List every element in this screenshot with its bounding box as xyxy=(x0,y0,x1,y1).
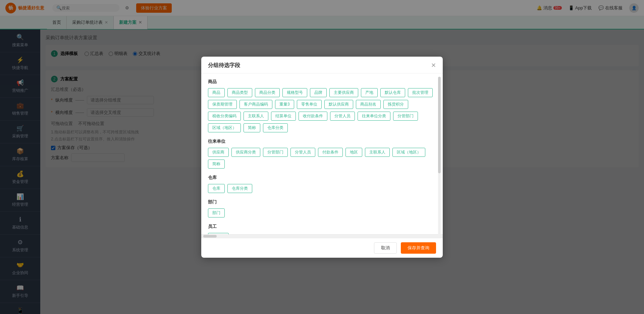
field-tag[interactable]: 分管部门 xyxy=(263,148,288,157)
section-partner-title: 往来单位 xyxy=(208,138,436,144)
field-tag[interactable]: 付款条件 xyxy=(318,148,343,157)
field-tag[interactable]: 规格型号 xyxy=(282,88,307,97)
field-tag[interactable]: 商品类型 xyxy=(227,88,252,97)
field-tag[interactable]: 仓库分类 xyxy=(227,184,252,193)
scrollbar-thumb[interactable] xyxy=(438,77,441,173)
modal-body: 商品 商品 商品类型 商品分类 规格型号 品牌 主要供应商 产地 默认仓库 批次… xyxy=(201,73,443,235)
field-tag[interactable]: 产地 xyxy=(361,88,378,97)
field-tag[interactable]: 分管人员 xyxy=(290,148,315,157)
field-tag[interactable]: 默认仓库 xyxy=(380,88,405,97)
field-tag[interactable]: 供应商分类 xyxy=(231,148,260,157)
field-tag[interactable]: 税收分类编码 xyxy=(208,112,241,121)
field-tag[interactable]: 简称 xyxy=(244,123,260,132)
field-tag[interactable]: 仓库 xyxy=(208,184,225,193)
cancel-button[interactable]: 取消 xyxy=(374,242,397,254)
section-department-title: 部门 xyxy=(208,199,436,205)
field-tag[interactable]: 简称 xyxy=(208,160,225,169)
modal-title: 分组待选字段 xyxy=(208,62,240,69)
field-tag[interactable]: 供应商 xyxy=(208,148,229,157)
section-product-tags: 商品 商品类型 商品分类 规格型号 品牌 主要供应商 产地 默认仓库 批次管理 … xyxy=(208,88,436,132)
modal-header: 分组待选字段 ✕ xyxy=(201,57,443,73)
field-tag[interactable]: 拣货积分 xyxy=(383,100,408,109)
section-warehouse: 仓库 仓库 仓库分类 xyxy=(208,175,436,193)
scrollbar-track xyxy=(438,77,441,238)
field-tag[interactable]: 区域（地区） xyxy=(208,123,241,132)
field-tag[interactable]: 重量3 xyxy=(275,100,294,109)
field-tag[interactable]: 商品别名 xyxy=(356,100,381,109)
section-product: 商品 商品 商品类型 商品分类 规格型号 品牌 主要供应商 产地 默认仓库 批次… xyxy=(208,79,436,132)
section-department: 部门 部门 xyxy=(208,199,436,217)
field-tag[interactable]: 保质期管理 xyxy=(208,100,237,109)
field-tag[interactable]: 品牌 xyxy=(310,88,327,97)
modal-overlay: 分组待选字段 ✕ 商品 商品 商品类型 商品分类 规格型号 品牌 主要供应商 产… xyxy=(0,0,644,314)
field-tag[interactable]: 往来单位分类 xyxy=(358,112,390,121)
modal-close-button[interactable]: ✕ xyxy=(431,62,436,68)
modal: 分组待选字段 ✕ 商品 商品 商品类型 商品分类 规格型号 品牌 主要供应商 产… xyxy=(201,57,443,258)
field-tag[interactable]: 部门 xyxy=(208,208,225,217)
field-tag[interactable]: 收付款条件 xyxy=(299,112,327,121)
field-tag[interactable]: 商品分类 xyxy=(255,88,280,97)
section-department-tags: 部门 xyxy=(208,208,436,217)
section-partner: 往来单位 供应商 供应商分类 分管部门 分管人员 付款条件 地区 主联系人 区域… xyxy=(208,138,436,169)
field-tag[interactable]: 分管部门 xyxy=(393,112,418,121)
section-product-title: 商品 xyxy=(208,79,436,85)
field-tag[interactable]: 零售单位 xyxy=(297,100,322,109)
field-tag[interactable]: 主联系人 xyxy=(365,148,390,157)
field-tag[interactable]: 结算单位 xyxy=(271,112,296,121)
field-tag[interactable]: 区域（地区） xyxy=(392,148,425,157)
field-tag[interactable]: 批次管理 xyxy=(408,88,433,97)
field-tag[interactable]: 商品 xyxy=(208,88,225,97)
modal-footer: 取消 保存并查询 xyxy=(201,238,443,258)
section-employee: 员工 业务员 xyxy=(208,224,436,235)
field-tag[interactable]: 地区 xyxy=(345,148,362,157)
horizontal-scrollbar xyxy=(201,234,443,238)
section-partner-tags: 供应商 供应商分类 分管部门 分管人员 付款条件 地区 主联系人 区域（地区） … xyxy=(208,148,436,169)
confirm-button[interactable]: 保存并查询 xyxy=(401,242,436,254)
section-warehouse-title: 仓库 xyxy=(208,175,436,181)
field-tag[interactable]: 默认供应商 xyxy=(324,100,353,109)
field-tag[interactable]: 主要供应商 xyxy=(329,88,358,97)
field-tag[interactable]: 仓库分类 xyxy=(263,123,288,132)
section-warehouse-tags: 仓库 仓库分类 xyxy=(208,184,436,193)
field-tag[interactable]: 主联系人 xyxy=(244,112,268,121)
field-tag[interactable]: 分管人员 xyxy=(330,112,355,121)
horizontal-scrollbar-thumb[interactable] xyxy=(203,235,217,238)
section-employee-title: 员工 xyxy=(208,224,436,230)
field-tag[interactable]: 客户商品编码 xyxy=(239,100,272,109)
